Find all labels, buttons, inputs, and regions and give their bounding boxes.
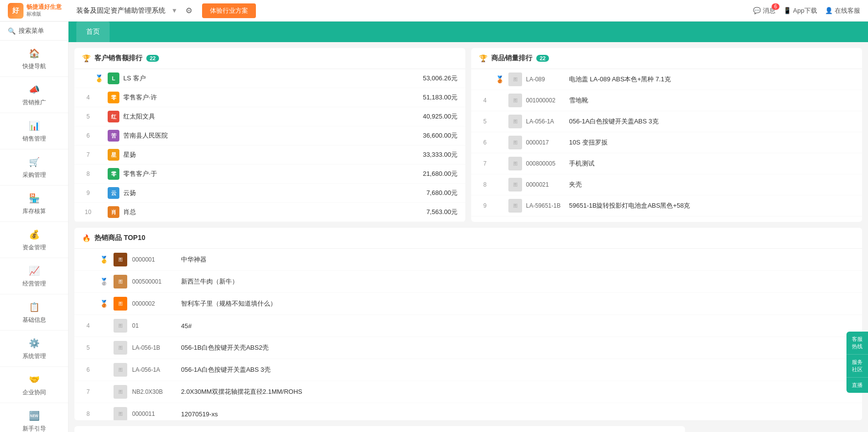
nav-tabs: 首页 xyxy=(69,22,868,42)
trophy-icon: 🏆 xyxy=(82,54,91,62)
customer-name: 云扬 xyxy=(123,189,426,197)
finance-icon: 💰 xyxy=(27,228,41,241)
online-service-button[interactable]: 👤 在线客服 xyxy=(825,6,860,15)
hot-products-list: 🥇 图 0000001 中华神器 🥈 图 000500001 新西兰牛肉（新牛）… xyxy=(74,249,862,420)
sidebar-item-purchase[interactable]: 🛒 采购管理 xyxy=(0,149,68,186)
product-img: 图 xyxy=(508,72,522,86)
sales-rank-list: 🥇 L LS 客户 53,006.26元 4 零 零售客户·许 51,183.0… xyxy=(74,69,465,222)
top-section: 🏆 客户销售额排行 22 🥇 L LS 客户 53,006.26元 4 零 零售… xyxy=(74,48,862,222)
product-code: 001000002 xyxy=(526,97,565,104)
sidebar-item-system[interactable]: ⚙️ 系统管理 xyxy=(0,331,68,367)
rank-medal: 🥈 xyxy=(99,278,109,286)
marketing-icon: 📣 xyxy=(27,83,41,96)
product-img: 图 xyxy=(508,136,522,149)
product-code: LA-056-1B xyxy=(132,344,176,351)
sidebar-label-enterprise: 企业协同 xyxy=(23,388,46,397)
sidebar-item-enterprise[interactable]: 🤝 企业协同 xyxy=(0,367,68,403)
sidebar-item-operation[interactable]: 📈 经营管理 xyxy=(0,258,68,294)
product-img: 图 xyxy=(114,297,127,311)
sidebar-item-marketing[interactable]: 📣 营销推广 xyxy=(0,77,68,113)
rank-number: 7 xyxy=(82,388,94,395)
system-selector: 装备及固定资产辅助管理系统 ▼ ⚙ 体验行业方案 xyxy=(76,3,753,18)
product-img: 图 xyxy=(114,407,127,420)
sidebar-item-guide[interactable]: 🆕 新手引导 xyxy=(0,403,68,432)
sidebar: 🔍 搜索菜单 🏠 快捷导航 📣 营销推广 📊 销售管理 🛒 采购管理 🏪 库存核… xyxy=(0,22,69,432)
rank-number: 7 xyxy=(479,160,491,167)
sales-rank-badge: 22 xyxy=(146,55,159,62)
app-label: App下载 xyxy=(793,6,817,15)
customer-name: 苦南县人民医院 xyxy=(123,131,423,140)
product-code: NB2.0X30B xyxy=(132,388,176,395)
list-item: 8 图 0000011 12070519-xs xyxy=(74,403,862,420)
product-code: 01 xyxy=(132,322,176,329)
sidebar-label-marketing: 营销推广 xyxy=(23,98,46,107)
trial-button[interactable]: 体验行业方案 xyxy=(202,3,256,18)
app-download-button[interactable]: 📱 App下载 xyxy=(783,6,817,15)
avatar: 云 xyxy=(108,187,119,199)
list-item: 5 图 LA-056-1B 056-1B白色按键开关壳ABS2壳 xyxy=(74,337,862,359)
sidebar-item-quick-nav[interactable]: 🏠 快捷导航 xyxy=(0,41,68,77)
product-code: 0000002 xyxy=(132,300,176,307)
topbar: 好 畅捷通好生意 标准版 装备及固定资产辅助管理系统 ▼ ⚙ 体验行业方案 💬 … xyxy=(0,0,868,22)
float-service-live[interactable]: 直播 xyxy=(846,378,868,393)
product-img: 图 xyxy=(508,178,522,192)
message-badge: 6 xyxy=(772,3,779,10)
sidebar-label-sales: 销售管理 xyxy=(23,135,46,143)
sidebar-label-basic: 基础信息 xyxy=(23,316,46,324)
search-menu[interactable]: 🔍 搜索菜单 xyxy=(0,22,68,41)
avatar: 零 xyxy=(108,168,119,180)
sidebar-item-sales[interactable]: 📊 销售管理 xyxy=(0,113,68,149)
product-rank-badge: 22 xyxy=(536,55,549,62)
rank-number: 8 xyxy=(82,410,94,417)
list-item: 5 图 LA-056-1A 056-1A白色按键开关盖ABS 3克 xyxy=(471,111,862,132)
search-menu-label: 搜索菜单 xyxy=(19,26,44,35)
product-img: 图 xyxy=(114,253,127,266)
product-name: 夹壳 xyxy=(569,180,854,189)
sidebar-label-purchase: 采购管理 xyxy=(23,171,46,179)
guide-icon: 🆕 xyxy=(27,409,41,423)
product-name: 电池盖 LA-089 ABS本色+黑种 7.1克 xyxy=(569,75,854,84)
message-icon: 💬 xyxy=(753,7,761,14)
gear-icon[interactable]: ⚙ xyxy=(185,6,192,15)
rank-medal: 🥉 xyxy=(495,75,504,83)
system-icon: ⚙️ xyxy=(27,336,41,350)
product-trophy-icon: 🏆 xyxy=(479,54,487,62)
rank-number: 6 xyxy=(82,366,94,373)
rank-number: 6 xyxy=(82,132,94,139)
list-item: 10 肖 肖总 7,563.00元 xyxy=(74,203,465,222)
product-rank-header: 🏆 商品销量排行 22 xyxy=(471,48,862,69)
rank-number: 9 xyxy=(82,190,94,196)
float-service-community[interactable]: 服务社区 xyxy=(846,355,868,378)
product-code: 000800005 xyxy=(526,160,565,167)
sidebar-item-finance[interactable]: 💰 资金管理 xyxy=(0,222,68,258)
product-name: 45# xyxy=(181,322,854,330)
product-rank-list: 🥉 图 LA-089 电池盖 LA-089 ABS本色+黑种 7.1克 4 图 … xyxy=(471,69,862,216)
app-icon: 📱 xyxy=(783,7,791,14)
tab-home[interactable]: 首页 xyxy=(76,22,110,42)
sidebar-item-basic[interactable]: 📋 基础信息 xyxy=(0,294,68,331)
list-item: 🥇 L LS 客户 53,006.26元 xyxy=(74,69,465,88)
customer-name: 红太阳文具 xyxy=(123,112,423,121)
product-rank-title: 🏆 商品销量排行 22 xyxy=(479,54,549,63)
hot-products-card: 🔥 热销商品 TOP10 🥇 图 0000001 中华神器 🥈 图 000500… xyxy=(74,228,862,420)
rank-number: 7 xyxy=(82,151,94,158)
avatar: 零 xyxy=(108,92,119,103)
product-code: LA-056-1A xyxy=(526,118,565,125)
basic-icon: 📋 xyxy=(27,300,41,314)
product-code: 0000001 xyxy=(132,256,176,263)
sidebar-item-inventory[interactable]: 🏪 库存核算 xyxy=(0,186,68,222)
list-item: 7 图 NB2.0X30B 2.0X30MM双摆花轴摆花直径2.1MM/ROHS xyxy=(74,381,862,403)
rank-number: 4 xyxy=(479,97,491,104)
sidebar-label-finance: 资金管理 xyxy=(23,243,46,252)
system-dropdown-arrow[interactable]: ▼ xyxy=(171,7,178,14)
customer-amount: 33,333.00元 xyxy=(423,150,457,159)
product-name: 12070519-xs xyxy=(181,410,854,418)
hot-products-title: 🔥 热销商品 TOP10 xyxy=(82,234,145,242)
rank-medal: 🥉 xyxy=(99,300,109,308)
product-code: LA-089 xyxy=(526,76,565,83)
bottom-section: 🔥 热销商品 TOP10 🥇 图 0000001 中华神器 🥈 图 000500… xyxy=(74,228,862,432)
main-content: 首页 🏆 客户销售额排行 22 🥇 L LS 客户 53 xyxy=(69,22,868,432)
message-button[interactable]: 💬 消息 6 xyxy=(753,6,776,15)
float-service-hotline[interactable]: 客服热线 xyxy=(846,332,868,355)
product-name: 056-1B白色按键开关壳ABS2壳 xyxy=(181,343,854,352)
